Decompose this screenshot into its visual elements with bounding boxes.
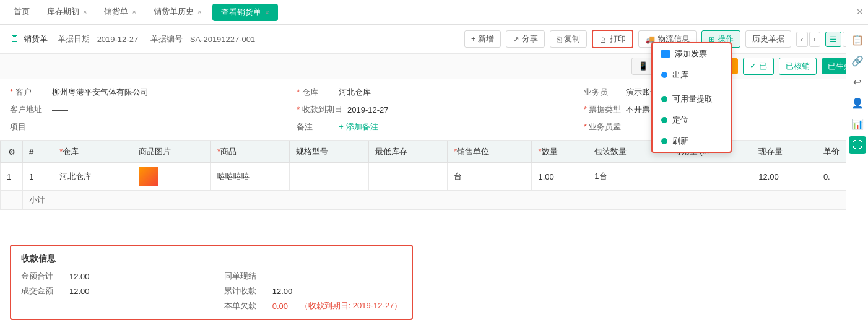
next-button[interactable]: › — [809, 32, 820, 47]
doc-icon: 🗒 — [10, 33, 20, 45]
cell-stock: 12.00 — [752, 163, 817, 191]
cell-warehouse: 河北仓库 — [53, 163, 132, 191]
project-label: 项目 — [10, 121, 47, 132]
col-min-stock: 最低库存 — [368, 141, 447, 163]
cumulative-payment-row: 累计收款 12.00 — [224, 285, 402, 297]
warehouse-value: 河北仓库 — [339, 87, 371, 98]
add-invoice-item[interactable]: 添加发票 — [653, 43, 731, 64]
table-container: ⚙ # *仓库 商品图片 *商品 规格型号 最低库存 *销售单位 *数量 包装数… — [0, 141, 868, 238]
spacer — [21, 300, 199, 311]
print-button[interactable]: 🖨 打印 — [592, 30, 633, 48]
tab-bar: 首页 库存期初 × 销货单 × 销货单历史 × 查看销货单 × × — [0, 0, 868, 25]
deal-amount-label: 成交金额 — [21, 285, 64, 297]
tab-view-sales[interactable]: 查看销货单 × — [212, 4, 277, 21]
doc-header: 🗒 销货单 单据日期 2019-12-27 单据编号 SA-20191227-0… — [0, 25, 868, 54]
cell-spec — [290, 163, 368, 191]
staff-label: 业务员 — [584, 87, 621, 98]
cell-available — [667, 163, 752, 191]
cancel-button[interactable]: 已核销 — [779, 58, 817, 75]
doc-number-label: 单据编号 SA-20191227-001 — [150, 33, 255, 45]
locate-item[interactable]: 定位 — [653, 110, 731, 131]
prev-button[interactable]: ‹ — [796, 32, 807, 47]
overdue-extra: （收款到期日: 2019-12-27） — [300, 300, 402, 311]
subtotal-row: 小计 — [1, 191, 868, 210]
available-qty-icon — [661, 96, 667, 102]
warehouse-label: 仓库 — [297, 87, 334, 98]
payment-info-title: 收款信息 — [21, 253, 402, 264]
tab-sales[interactable]: 销货单 × — [95, 0, 144, 25]
cell-min-stock — [368, 163, 447, 191]
tab-inventory[interactable]: 库存期初 × — [38, 0, 95, 25]
print-icon: 🖨 — [599, 35, 607, 44]
sidebar-icon-1[interactable]: 📋 — [849, 31, 866, 48]
same-settle-row: 同单现结 —— — [224, 271, 402, 282]
cell-seq: 1 — [1, 163, 23, 191]
tab-sales-history-close[interactable]: × — [197, 8, 201, 15]
cell-product-img — [132, 163, 210, 191]
sales-staff-label: 业务员孟 — [584, 121, 622, 132]
ticket-value: 不开票 — [626, 104, 650, 115]
sidebar-icon-2[interactable]: 🔗 — [849, 52, 866, 69]
outbound-item[interactable]: 出库 — [653, 64, 731, 85]
doc-meta: 单据日期 2019-12-27 单据编号 SA-20191227-001 — [58, 33, 255, 45]
refresh-item[interactable]: 刷新 — [653, 131, 731, 152]
nav-arrows: ‹ › — [796, 32, 820, 47]
doc-date-value: 2019-12-27 — [97, 35, 139, 44]
history-button[interactable]: 历史单据 — [745, 30, 791, 48]
sidebar-icon-4[interactable]: 👤 — [849, 94, 866, 111]
address-value: —— — [52, 105, 68, 115]
copy-icon: ⎘ — [557, 35, 562, 44]
refresh-icon — [661, 138, 667, 144]
total-amount-row: 金额合计 12.00 — [21, 271, 199, 282]
tab-sales-history[interactable]: 销货单历史 × — [145, 0, 210, 25]
right-sidebar: 📋 🔗 ↩ 👤 📊 ⛶ — [846, 25, 868, 330]
subtotal-label: 小计 — [23, 191, 868, 210]
locate-icon — [661, 117, 667, 123]
cell-seq2: 1 — [23, 163, 53, 191]
tab-home[interactable]: 首页 — [5, 0, 38, 25]
col-spec: 规格型号 — [290, 141, 368, 163]
deal-amount-value: 12.00 — [69, 287, 90, 296]
available-qty-item[interactable]: 可用量提取 — [653, 89, 731, 110]
new-button[interactable]: + 新增 — [464, 30, 501, 48]
col-stock: 现存量 — [752, 141, 817, 163]
same-settle-label: 同单现结 — [224, 271, 267, 282]
tab-sales-close[interactable]: × — [132, 8, 136, 15]
warehouse-field: 仓库 河北仓库 — [297, 87, 571, 98]
check-button[interactable]: ✓ 已 — [743, 58, 774, 75]
share-button[interactable]: ↗ 分享 — [506, 30, 545, 48]
col-gear[interactable]: ⚙ — [1, 141, 23, 163]
copy-button[interactable]: ⎘ 复制 — [550, 30, 587, 48]
remark-field: 备注 + 添加备注 — [297, 121, 571, 132]
dropdown-divider — [653, 87, 731, 87]
outbound-icon — [661, 72, 667, 78]
tab-inventory-close[interactable]: × — [83, 8, 87, 15]
add-remark-button[interactable]: + 添加备注 — [339, 121, 378, 132]
col-unit: *销售单位 — [448, 141, 532, 163]
table-row: 1 1 河北仓库 嘻嘻嘻嘻 台 1.00 1台 12.00 0. — [1, 163, 868, 191]
table-header: ⚙ # *仓库 商品图片 *商品 规格型号 最低库存 *销售单位 *数量 包装数… — [1, 141, 868, 163]
list-view-button[interactable]: ☰ — [825, 32, 841, 47]
sidebar-icon-expand[interactable]: ⛶ — [849, 136, 866, 154]
doc-date-label: 单据日期 2019-12-27 — [58, 33, 138, 45]
payment-info-box: 收款信息 金额合计 12.00 同单现结 —— 成交金额 12.00 累计收款 … — [10, 245, 413, 320]
sidebar-icon-3[interactable]: ↩ — [849, 73, 866, 90]
col-product-img: 商品图片 — [132, 141, 210, 163]
overdue-value: 0.00 — [272, 302, 288, 311]
close-window-button[interactable]: × — [856, 6, 863, 19]
ticket-label: 票据类型 — [584, 104, 622, 115]
customer-field: 客户 柳州粤港平安气体有限公司 — [10, 87, 284, 98]
remark-label: 备注 — [297, 121, 334, 132]
cell-qty: 1.00 — [532, 163, 588, 191]
sidebar-icon-5[interactable]: 📊 — [849, 115, 866, 132]
main-container: 🗒 销货单 单据日期 2019-12-27 单据编号 SA-20191227-0… — [0, 25, 868, 330]
add-invoice-icon — [661, 50, 670, 58]
project-field: 项目 —— — [10, 121, 284, 132]
product-image — [139, 167, 158, 186]
tab-view-sales-close[interactable]: × — [265, 9, 269, 16]
cell-pkg-qty: 1台 — [588, 163, 667, 191]
customer-value: 柳州粤港平安气体有限公司 — [52, 87, 149, 98]
payment-date-value: 2019-12-27 — [347, 105, 389, 115]
cumulative-payment-value: 12.00 — [272, 287, 293, 296]
doc-title: 销货单 — [24, 33, 48, 45]
